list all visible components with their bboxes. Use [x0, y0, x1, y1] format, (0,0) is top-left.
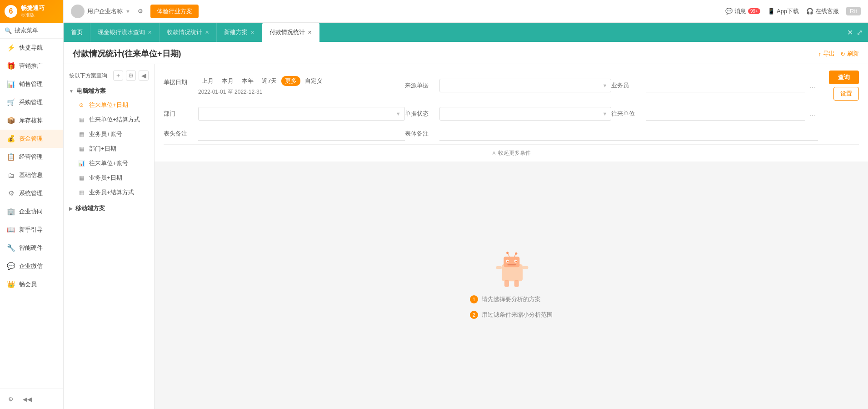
user-info[interactable]: 用户企业名称 ▼	[71, 5, 130, 18]
sidebar-item-enterprise-label: 企业协同	[19, 207, 43, 216]
pc-group-title[interactable]: ▼ 电脑端方案	[64, 84, 154, 98]
sidebar-item-basic[interactable]: 🗂 基础信息	[0, 166, 63, 184]
tab-bank[interactable]: 现金银行流水查询 ✕	[90, 23, 160, 42]
date-range-value: 2022-01-01 至 2022-12-31	[198, 88, 326, 96]
scheme-item-dept-date[interactable]: ▦ 部门+日期	[64, 141, 154, 156]
filter-row-3: 表头备注 表体备注	[164, 127, 859, 141]
mobile-scheme-group: ▶ 移动端方案	[64, 202, 154, 215]
partner-label: 往来单位	[611, 110, 643, 118]
collapse-icon: ∧	[492, 150, 498, 156]
note-body-input[interactable]	[439, 127, 818, 141]
sidebar-item-system[interactable]: ⚙ 系统管理	[0, 184, 63, 202]
source-select[interactable]: ▼	[439, 79, 612, 92]
sidebar-item-sales-label: 销售管理	[19, 80, 43, 88]
sidebar-item-wechat[interactable]: 💬 企业微信	[0, 257, 63, 275]
scheme-collapse-btn[interactable]: ◀	[139, 71, 149, 81]
bank-tab-close[interactable]: ✕	[148, 30, 152, 35]
note-header-input[interactable]	[198, 127, 405, 141]
date-btn-last-month[interactable]: 上月	[198, 76, 217, 86]
staff-input[interactable]	[646, 79, 805, 92]
sidebar-item-enterprise[interactable]: 🏢 企业协同	[0, 202, 63, 221]
try-industry-btn[interactable]: 体验行业方案	[150, 5, 199, 18]
scheme-add-btn[interactable]: +	[113, 71, 123, 81]
scheme-item-partner-settle-label: 往来单位+结算方式	[89, 116, 140, 124]
tab-new[interactable]: 新建方案 ✕	[217, 23, 262, 42]
sidebar-item-basic-label: 基础信息	[19, 171, 43, 179]
service-icon: 🎧	[806, 8, 813, 15]
app-download-btn[interactable]: 📱 App下载	[768, 7, 799, 15]
tab-receipt[interactable]: 收款情况统计 ✕	[160, 23, 217, 42]
search-menu-item[interactable]: 🔍 搜索菜单	[0, 23, 63, 39]
scheme-icon-staff-date: ▦	[77, 174, 85, 182]
header-settings-btn[interactable]: ⚙	[134, 5, 147, 18]
new-tab-close[interactable]: ✕	[250, 30, 254, 35]
page-header: 付款情况统计(往来单位+日期) ↑ 导出 ↻ 刷新	[64, 42, 868, 64]
wechat-icon: 💬	[6, 262, 15, 271]
refresh-icon: ↻	[840, 50, 845, 57]
sidebar-item-quicknav[interactable]: ⚡ 快捷导航	[0, 39, 63, 57]
collapse-bar[interactable]: ∧ 收起更多条件	[164, 144, 859, 162]
mobile-group-title[interactable]: ▶ 移动端方案	[64, 202, 154, 215]
receipt-tab-close[interactable]: ✕	[205, 30, 209, 35]
tab-home[interactable]: 首页	[64, 23, 90, 42]
sidebar-item-inventory-label: 库存核算	[19, 116, 43, 125]
scheme-item-staff-date[interactable]: ▦ 业务员+日期	[64, 171, 154, 185]
payment-tab-label: 付款情况统计	[269, 28, 305, 36]
staff-dots-btn[interactable]: …	[807, 81, 818, 90]
logo-area[interactable]: 6 畅捷通巧 标准版	[0, 0, 63, 23]
note-header-input-wrap	[198, 127, 405, 141]
scheme-item-staff-account[interactable]: ▦ 业务员+账号	[64, 127, 154, 141]
search-menu-label: 搜索菜单	[15, 26, 38, 35]
sidebar-item-member[interactable]: 👑 畅会员	[0, 275, 63, 293]
partner-dots-btn[interactable]: …	[807, 110, 818, 118]
sidebar: 6 畅捷通巧 标准版 🔍 搜索菜单 ⚡ 快捷导航 🎁 营销推广 📊 销售管理 🛒…	[0, 0, 64, 409]
date-btn-this-month[interactable]: 本月	[218, 76, 237, 86]
filter-row-2: 部门 ▼ 单据状态	[164, 107, 859, 121]
expand-icon[interactable]: ⤢	[857, 28, 863, 37]
refresh-btn[interactable]: ↻ 刷新	[840, 50, 859, 58]
scheme-item-partner-account[interactable]: 📊 往来单位+账号	[64, 156, 154, 171]
dept-input-wrap: ▼	[198, 107, 405, 121]
export-btn[interactable]: ↑ 导出	[818, 50, 835, 58]
sidebar-item-inventory[interactable]: 📦 库存核算	[0, 111, 63, 130]
scheme-icon-dept-date: ▦	[77, 145, 85, 153]
user-name-btn[interactable]: Rit	[846, 7, 861, 15]
filter-settings-btn[interactable]: 设置	[833, 87, 859, 101]
home-tab-label: 首页	[71, 28, 83, 36]
tab-payment[interactable]: 付款情况统计 ✕	[262, 23, 319, 42]
status-select[interactable]: ▼	[439, 107, 612, 121]
date-btn-7days[interactable]: 近7天	[258, 76, 280, 86]
page-title: 付款情况统计(往来单位+日期)	[73, 48, 181, 59]
sidebar-item-guide[interactable]: 📖 新手引导	[0, 221, 63, 239]
sidebar-collapse-btn[interactable]: ◀◀	[21, 393, 34, 405]
svg-point-14	[515, 252, 517, 255]
scheme-panel: 按以下方案查询 + ⚙ ◀ ▼ 电脑端方案 ⊙ 往来单位+日期 ▦	[64, 64, 155, 409]
scheme-item-staff-settle[interactable]: ▦ 业务员+结算方式	[64, 185, 154, 200]
pc-group-arrow-icon: ▼	[69, 89, 74, 94]
date-btn-this-year[interactable]: 本年	[238, 76, 257, 86]
sidebar-settings-btn[interactable]: ⚙	[5, 393, 17, 405]
message-btn[interactable]: 💬 消息 99+	[725, 7, 760, 15]
online-service-btn[interactable]: 🎧 在线客服	[806, 7, 839, 15]
payment-tab-close[interactable]: ✕	[308, 30, 312, 35]
scheme-settings-btn[interactable]: ⚙	[126, 71, 136, 81]
scheme-item-partner-settle[interactable]: ▦ 往来单位+结算方式	[64, 112, 154, 127]
scheme-item-partner-date[interactable]: ⊙ 往来单位+日期	[64, 98, 154, 112]
sidebar-item-business[interactable]: 📋 经营管理	[0, 148, 63, 166]
app-label: App下载	[777, 7, 799, 15]
sales-icon: 📊	[6, 80, 15, 89]
sidebar-item-capital[interactable]: 💰 资金管理	[0, 130, 63, 148]
close-all-icon[interactable]: ✕	[847, 28, 853, 37]
date-btn-more[interactable]: 更多	[281, 76, 300, 86]
sidebar-item-marketing[interactable]: 🎁 营销推广	[0, 57, 63, 75]
query-btn[interactable]: 查询	[829, 71, 859, 84]
svg-rect-9	[504, 280, 509, 287]
sidebar-item-hardware[interactable]: 🔧 智能硬件	[0, 239, 63, 257]
svg-rect-6	[508, 264, 516, 266]
date-btn-custom[interactable]: 自定义	[301, 76, 326, 86]
partner-input[interactable]	[646, 107, 805, 121]
sidebar-item-sales[interactable]: 📊 销售管理	[0, 75, 63, 93]
source-input-wrap: ▼	[439, 79, 612, 92]
dept-select[interactable]: ▼	[198, 107, 405, 121]
sidebar-item-purchase[interactable]: 🛒 采购管理	[0, 93, 63, 111]
